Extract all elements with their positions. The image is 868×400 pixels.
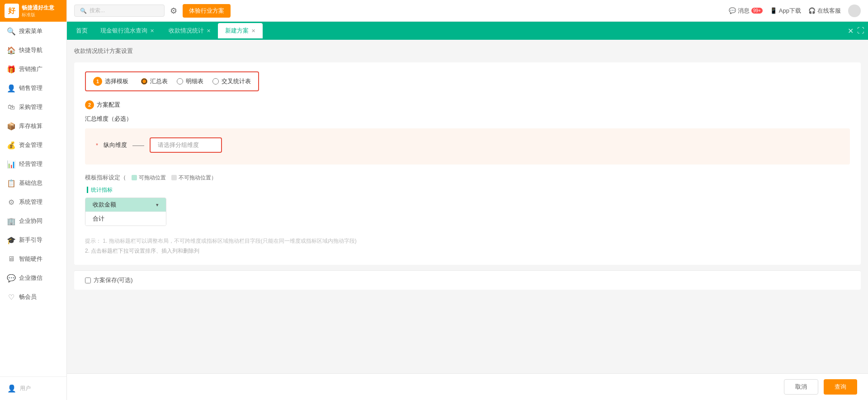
sidebar-bottom-item1[interactable]: 👤 用户: [0, 381, 66, 396]
required-marker: *: [96, 142, 98, 149]
radio-detail-label: 明细表: [186, 77, 203, 85]
member-icon: ♡: [7, 293, 15, 301]
tab-collection-stat-close[interactable]: ✕: [207, 28, 211, 34]
search-icon: 🔍: [80, 8, 87, 14]
movable-badge: 可拖动位置: [132, 174, 166, 182]
message-badge: 99+: [751, 8, 763, 14]
top-bar-actions: 💬 消息 99+ 📱 App下载 🎧 在线客服: [729, 5, 861, 17]
logo: 好 畅捷通好生意 标准版: [0, 0, 66, 22]
radio-summary[interactable]: 汇总表: [141, 77, 168, 85]
user-avatar[interactable]: [848, 5, 861, 17]
online-support-action[interactable]: 🎧 在线客服: [808, 7, 841, 15]
sidebar-item-wechat[interactable]: 💬 企业微信: [0, 268, 66, 287]
app-icon: 📱: [770, 7, 777, 14]
tab-collection-stat[interactable]: 收款情况统计 ✕: [161, 23, 218, 38]
cancel-button[interactable]: 取消: [784, 379, 818, 395]
query-button[interactable]: 查询: [824, 379, 857, 395]
hint-section: 提示： 1. 拖动标题栏可以调整布局，不可跨维度或指标区域拖动栏目字段(只能在同…: [85, 236, 850, 256]
metrics-chevron-icon[interactable]: ▾: [156, 202, 159, 208]
purchase-icon: 🛍: [7, 103, 15, 111]
search-menu-icon: 🔍: [7, 27, 15, 35]
metrics-section: 模板指标设定（ 可拖动位置 不可拖动位置） 统计指标: [85, 174, 850, 227]
radio-cross[interactable]: 交叉统计表: [212, 77, 251, 85]
sales-icon: 👤: [7, 84, 15, 92]
radio-cross-input[interactable]: [212, 78, 219, 85]
quick-nav-icon: 🏠: [7, 46, 15, 54]
bottom-icon1: 👤: [7, 384, 16, 393]
template-selection: 1 选择模板 汇总表 明细表: [85, 71, 259, 91]
sidebar-item-enterprise[interactable]: 🏢 企业协同: [0, 212, 66, 231]
metrics-section-label: 模板指标设定（: [85, 174, 126, 182]
metrics-label-stat: 统计指标: [85, 186, 850, 194]
tab-maximize-icon[interactable]: ⛶: [857, 27, 864, 35]
metrics-table: 收款金额 ▾ 合计: [85, 198, 166, 226]
sidebar-item-inventory[interactable]: 📦 库存核算: [0, 117, 66, 136]
save-checkbox-input[interactable]: [85, 278, 91, 283]
tab-bank-flow-close[interactable]: ✕: [150, 28, 154, 34]
metrics-table-total: 合计: [85, 212, 166, 226]
tab-bar: 首页 现金银行流水查询 ✕ 收款情况统计 ✕ 新建方案 ✕ ✕ ⛶: [67, 22, 868, 40]
hardware-icon: 🖥: [7, 255, 15, 263]
sidebar-item-member[interactable]: ♡ 畅会员: [0, 287, 66, 306]
step1-section: 1 选择模板 汇总表 明细表: [85, 71, 850, 91]
sidebar: 好 畅捷通好生意 标准版 🔍 搜索菜单 🏠 快捷导航 🎁 营销推广 👤 销售管理…: [0, 0, 67, 400]
form-card: 1 选择模板 汇总表 明细表: [74, 62, 861, 265]
sidebar-item-operation[interactable]: 📊 经营管理: [0, 155, 66, 174]
tab-close-all-icon[interactable]: ✕: [848, 27, 854, 35]
step1-label: 选择模板: [105, 77, 128, 85]
fixed-badge: 不可拖动位置）: [171, 174, 217, 182]
logo-icon: 好: [5, 4, 19, 18]
tab-new-plan-close[interactable]: ✕: [251, 28, 255, 34]
metrics-table-container: 收款金额 ▾ 合计: [85, 198, 850, 227]
sidebar-item-marketing[interactable]: 🎁 营销推广: [0, 60, 66, 79]
industry-btn[interactable]: 体验行业方案: [183, 4, 231, 18]
basic-info-icon: 📋: [7, 179, 15, 187]
radio-detail[interactable]: 明细表: [177, 77, 203, 85]
wechat-icon: 💬: [7, 274, 15, 282]
guide-icon: 🎓: [7, 236, 15, 244]
arrow-icon: ——: [132, 142, 144, 149]
sidebar-item-sales[interactable]: 👤 销售管理: [0, 79, 66, 98]
message-action[interactable]: 💬 消息 99+: [729, 7, 763, 15]
app-download-action[interactable]: 📱 App下载: [770, 7, 801, 15]
inventory-icon: 📦: [7, 122, 15, 130]
step1-header: 1 选择模板 汇总表 明细表: [85, 71, 850, 91]
dimension-section-title: 汇总维度（必选）: [85, 115, 850, 123]
system-icon: ⚙: [7, 198, 15, 206]
tab-home[interactable]: 首页: [71, 23, 93, 38]
tab-new-plan[interactable]: 新建方案 ✕: [218, 23, 263, 38]
page-title: 收款情况统计方案设置: [74, 47, 861, 55]
sidebar-item-basic-info[interactable]: 📋 基础信息: [0, 174, 66, 193]
step1-number: 1: [93, 77, 102, 86]
vertical-dim-label: 纵向维度: [104, 141, 127, 149]
sidebar-item-system[interactable]: ⚙ 系统管理: [0, 193, 66, 212]
marketing-icon: 🎁: [7, 65, 15, 73]
save-checkbox-label[interactable]: 方案保存(可选): [85, 276, 133, 284]
operation-icon: 📊: [7, 160, 15, 168]
template-radio-group: 汇总表 明细表 交叉统计表: [141, 77, 251, 85]
step2-label: 方案配置: [97, 101, 120, 109]
sidebar-item-guide[interactable]: 🎓 新手引导: [0, 231, 66, 249]
step2-header: 2 方案配置: [85, 100, 850, 109]
dimension-area: * 纵向维度 —— 请选择分组维度: [85, 128, 850, 165]
gear-button[interactable]: ⚙: [170, 6, 177, 16]
sidebar-nav: 🔍 搜索菜单 🏠 快捷导航 🎁 营销推广 👤 销售管理 🛍 采购管理 📦 库存核…: [0, 22, 66, 376]
sidebar-item-purchase[interactable]: 🛍 采购管理: [0, 98, 66, 117]
sidebar-item-search-menu[interactable]: 🔍 搜索菜单: [0, 22, 66, 41]
metrics-header: 模板指标设定（ 可拖动位置 不可拖动位置）: [85, 174, 850, 182]
search-bar[interactable]: 🔍 搜索...: [74, 5, 165, 17]
sidebar-item-hardware[interactable]: 🖥 智能硬件: [0, 249, 66, 268]
content-area: 收款情况统计方案设置 1 选择模板 汇总表: [67, 40, 868, 373]
radio-detail-input[interactable]: [177, 78, 183, 85]
step2-section: 2 方案配置 汇总维度（必选） * 纵向维度 —— 请选择分组维度: [85, 100, 850, 256]
top-bar: 🔍 搜索... ⚙ 体验行业方案 💬 消息 99+ 📱 App下载 🎧 在线客服: [67, 0, 868, 22]
fixed-dot: [171, 175, 177, 180]
metrics-table-header[interactable]: 收款金额 ▾: [85, 198, 166, 212]
dimension-selector[interactable]: 请选择分组维度: [150, 137, 222, 153]
radio-cross-label: 交叉统计表: [222, 77, 251, 85]
tab-bank-flow[interactable]: 现金银行流水查询 ✕: [93, 23, 161, 38]
sidebar-item-quick-nav[interactable]: 🏠 快捷导航: [0, 41, 66, 60]
main-area: 🔍 搜索... ⚙ 体验行业方案 💬 消息 99+ 📱 App下载 🎧 在线客服…: [67, 0, 868, 400]
radio-summary-input[interactable]: [141, 78, 147, 85]
sidebar-item-finance[interactable]: 💰 资金管理: [0, 136, 66, 155]
